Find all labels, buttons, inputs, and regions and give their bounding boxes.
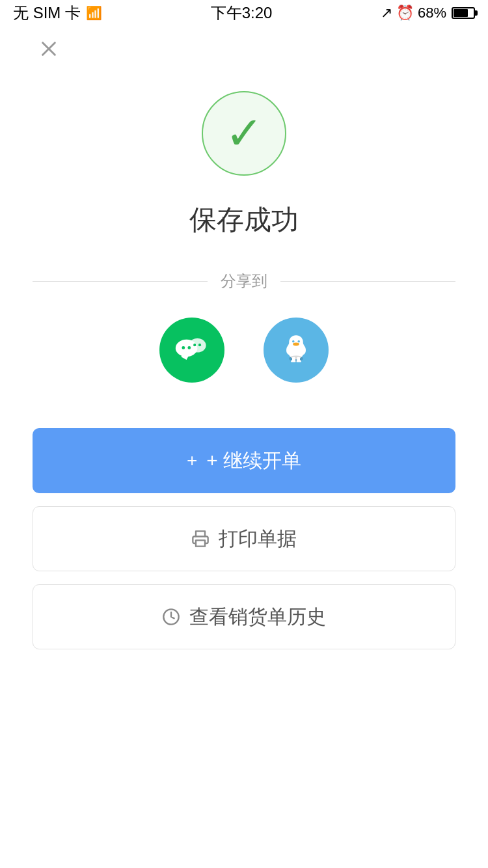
status-time: 下午3:20 bbox=[211, 3, 273, 23]
svg-point-3 bbox=[189, 338, 206, 353]
share-label: 分享到 bbox=[221, 271, 267, 292]
history-label: 查看销货单历史 bbox=[189, 604, 326, 631]
main-content: ✓ 保存成功 分享到 bbox=[0, 26, 488, 649]
wechat-icon bbox=[172, 331, 211, 370]
checkmark-icon: ✓ bbox=[225, 111, 264, 156]
print-button[interactable]: 打印单据 bbox=[33, 506, 455, 571]
status-bar: 无 SIM 卡 📶 下午3:20 ↗ ⏰ 68% bbox=[0, 0, 488, 26]
wifi-icon: 📶 bbox=[86, 5, 102, 21]
qq-icon bbox=[277, 331, 316, 370]
wechat-share-button[interactable] bbox=[159, 318, 224, 383]
actions-section: + + 继续开单 打印单据 查看销货单历史 bbox=[0, 428, 488, 649]
svg-point-11 bbox=[297, 340, 300, 343]
svg-rect-20 bbox=[196, 540, 205, 546]
svg-rect-18 bbox=[291, 360, 295, 362]
battery-percent: 68% bbox=[418, 5, 446, 21]
continue-label: + 继续开单 bbox=[206, 448, 301, 474]
svg-point-13 bbox=[286, 346, 291, 355]
svg-point-6 bbox=[193, 344, 196, 346]
qq-share-button[interactable] bbox=[264, 318, 329, 383]
share-line-left bbox=[33, 281, 208, 282]
share-divider-row: 分享到 bbox=[33, 271, 455, 292]
status-left: 无 SIM 卡 📶 bbox=[13, 3, 102, 23]
success-title: 保存成功 bbox=[189, 202, 299, 238]
plus-icon: + bbox=[187, 450, 197, 471]
close-button[interactable] bbox=[36, 36, 62, 62]
location-icon: ↗ bbox=[381, 5, 392, 21]
success-circle: ✓ bbox=[202, 91, 286, 176]
history-button[interactable]: 查看销货单历史 bbox=[33, 584, 455, 649]
share-section: 分享到 bbox=[0, 271, 488, 383]
svg-rect-19 bbox=[297, 360, 301, 362]
svg-point-10 bbox=[292, 340, 295, 343]
alarm-icon: ⏰ bbox=[396, 5, 414, 21]
svg-point-7 bbox=[198, 344, 201, 346]
printer-icon bbox=[191, 530, 210, 548]
no-sim-label: 无 SIM 卡 bbox=[13, 3, 81, 23]
share-line-right bbox=[280, 281, 455, 282]
svg-point-5 bbox=[187, 346, 191, 349]
share-icons-row bbox=[33, 318, 455, 383]
svg-point-12 bbox=[293, 343, 299, 346]
print-label: 打印单据 bbox=[219, 526, 297, 552]
clock-icon bbox=[162, 608, 180, 626]
battery-icon bbox=[452, 7, 475, 19]
svg-point-14 bbox=[301, 346, 306, 355]
status-right: ↗ ⏰ 68% bbox=[381, 5, 475, 21]
svg-point-4 bbox=[182, 346, 185, 349]
continue-button[interactable]: + + 继续开单 bbox=[33, 428, 455, 493]
close-icon bbox=[40, 40, 58, 58]
